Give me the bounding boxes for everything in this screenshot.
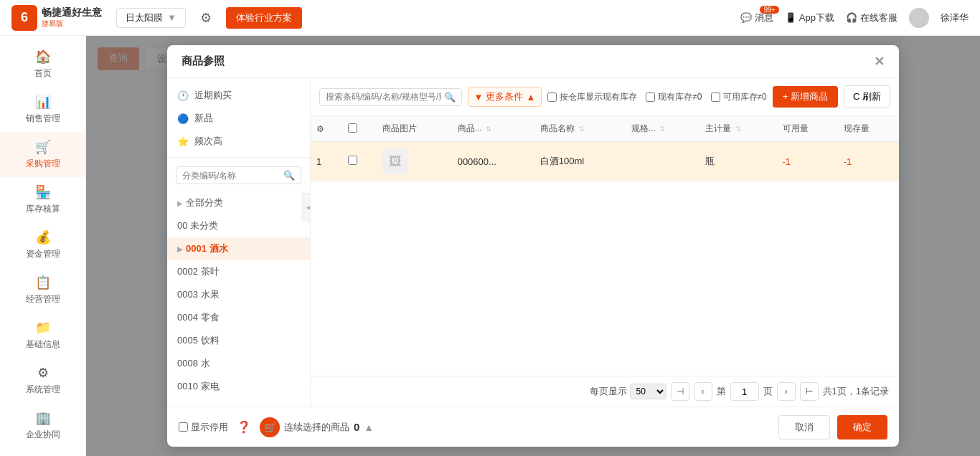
- collapse-button[interactable]: ◀: [302, 193, 311, 222]
- category-6[interactable]: 0008 水: [167, 352, 310, 375]
- cat-label-2: 0002 茶叶: [177, 265, 220, 278]
- th-checkbox[interactable]: [342, 116, 377, 142]
- category-7[interactable]: 0010 家电: [167, 375, 310, 398]
- divider-1: [167, 157, 310, 158]
- cell-unit: 瓶: [699, 142, 776, 181]
- logo: 6 畅捷通好生意 捷易版: [11, 5, 102, 31]
- modal-body: 🕐 近期购买 🔵 新品 ⭐ 频次高: [167, 78, 899, 407]
- messages-badge: 99+: [760, 6, 778, 14]
- cancel-button[interactable]: 取消: [778, 415, 830, 440]
- add-product-button[interactable]: + 新增商品: [773, 86, 838, 108]
- cat-label-5: 0005 饮料: [177, 334, 220, 347]
- category-4[interactable]: 0004 零食: [167, 306, 310, 329]
- show-disabled-checkbox[interactable]: 显示停用: [179, 421, 228, 434]
- nav-new-label: 新品: [194, 112, 213, 125]
- nav-frequent[interactable]: ⭐ 频次高: [167, 130, 310, 153]
- row-checkbox[interactable]: [348, 156, 357, 165]
- show-disabled-input[interactable]: [179, 422, 188, 432]
- sidebar-item-operations[interactable]: 📋 经营管理: [0, 267, 85, 313]
- settings-icon[interactable]: ⚙: [194, 6, 217, 29]
- enterprise-icon: 🏢: [35, 410, 51, 426]
- th-code[interactable]: 商品... ⇅: [452, 116, 534, 142]
- category-1[interactable]: ▶ 0001 酒水: [167, 237, 310, 260]
- help-icon[interactable]: ❓: [237, 420, 251, 434]
- app-icon: 📱: [785, 12, 796, 23]
- sidebar-item-system[interactable]: ⚙ 系统管理: [0, 358, 85, 403]
- filter-checkboxes: 按仓库显示现有库存 现有库存≠0 可用库存≠0: [547, 91, 767, 103]
- logo-sub: 捷易版: [42, 19, 102, 29]
- modal-title: 商品参照: [182, 54, 225, 68]
- cell-index: 1: [311, 142, 342, 181]
- sidebar-item-basic[interactable]: 📁 基础信息: [0, 313, 85, 358]
- home-icon: 🏠: [35, 49, 51, 65]
- checkbox-warehouse[interactable]: 按仓库显示现有库存: [547, 91, 637, 103]
- modal-footer: 显示停用 ❓ 🛒 连续选择的商品 0 ▲ 取消 确定: [167, 407, 899, 447]
- nav-new-products[interactable]: 🔵 新品: [167, 107, 310, 130]
- last-page-button[interactable]: ⊢: [800, 382, 819, 401]
- category-2[interactable]: 0002 茶叶: [167, 260, 310, 283]
- sidebar-item-sales[interactable]: 📊 销售管理: [0, 87, 85, 132]
- confirm-button[interactable]: 确定: [837, 415, 887, 440]
- sidebar-label-home: 首页: [34, 67, 52, 80]
- category-0[interactable]: 00 未分类: [167, 214, 310, 237]
- product-search-bar[interactable]: 🔍: [319, 88, 462, 106]
- sidebar-item-purchase[interactable]: 🛒 采购管理: [0, 132, 85, 177]
- store-selector[interactable]: 日太阳膜 ▼: [116, 8, 186, 28]
- sidebar-item-guide[interactable]: 📖 新手引导: [0, 448, 85, 456]
- table-row[interactable]: 1 🖼 000600... 白酒100ml 瓶: [311, 142, 899, 181]
- category-search-input[interactable]: [182, 171, 281, 181]
- page-size-select[interactable]: 每页显示 20 50 100: [590, 384, 666, 399]
- trial-button[interactable]: 体验行业方案: [226, 7, 302, 29]
- page-number-input[interactable]: [730, 382, 759, 401]
- prev-page-button[interactable]: ‹: [694, 382, 712, 401]
- checkbox-warehouse-input[interactable]: [547, 92, 557, 102]
- messages-button[interactable]: 💬 消息 99+: [740, 11, 773, 24]
- store-dropdown-icon: ▼: [167, 12, 176, 23]
- inventory-icon: 🏪: [35, 184, 51, 200]
- sidebar-item-finance[interactable]: 💰 资金管理: [0, 222, 85, 267]
- online-service-button[interactable]: 🎧 在线客服: [846, 11, 897, 24]
- th-settings[interactable]: ⚙: [311, 116, 342, 142]
- sidebar-label-basic: 基础信息: [26, 338, 60, 351]
- product-search-input[interactable]: [326, 92, 441, 102]
- app-download-button[interactable]: 📱 App下载: [785, 11, 834, 24]
- system-icon: ⚙: [37, 365, 49, 381]
- cat-label-1: 0001 酒水: [186, 242, 228, 255]
- th-name[interactable]: 商品名称 ⇅: [534, 116, 626, 142]
- sales-icon: 📊: [35, 94, 51, 110]
- next-page-button[interactable]: ›: [777, 382, 796, 401]
- category-3[interactable]: 0003 水果: [167, 283, 310, 306]
- cat-label-3: 0003 水果: [177, 288, 220, 301]
- select-all-checkbox[interactable]: [348, 123, 357, 133]
- page-label: 第: [717, 385, 726, 398]
- checkbox-stock-ne0[interactable]: 现有库存≠0: [646, 91, 702, 103]
- category-5[interactable]: 0005 饮料: [167, 329, 310, 352]
- th-unit[interactable]: 主计量 ⇅: [699, 116, 776, 142]
- checkbox-available-ne0[interactable]: 可用库存≠0: [711, 91, 767, 103]
- collapse-up-icon[interactable]: ▲: [364, 422, 374, 433]
- cat-arrow-1: ▶: [177, 245, 183, 253]
- category-search-box[interactable]: 🔍: [176, 166, 301, 184]
- nav-freq-label: 频次高: [194, 135, 222, 148]
- continuous-select-area[interactable]: 🛒 连续选择的商品 0 ▲: [260, 417, 374, 437]
- checkbox-available-ne0-label: 可用库存≠0: [723, 91, 767, 103]
- checkbox-available-ne0-input[interactable]: [711, 92, 720, 102]
- filter-button[interactable]: ▼ 更多条件 ▲: [468, 87, 542, 107]
- pagination-summary: 共1页，1条记录: [823, 385, 889, 398]
- th-spec[interactable]: 规格... ⇅: [626, 116, 700, 142]
- modal-close-button[interactable]: ✕: [874, 54, 885, 70]
- sidebar-item-home[interactable]: 🏠 首页: [0, 42, 85, 87]
- th-stock: 现存量: [838, 116, 899, 142]
- cell-checkbox[interactable]: [342, 142, 377, 181]
- page-suffix: 页: [763, 385, 773, 398]
- sidebar-item-enterprise[interactable]: 🏢 企业协同: [0, 403, 85, 448]
- sidebar-item-inventory[interactable]: 🏪 库存核算: [0, 177, 85, 222]
- cat-label-4: 0004 零食: [177, 311, 220, 324]
- first-page-button[interactable]: ⊣: [671, 382, 689, 401]
- nav-recent-purchase[interactable]: 🕐 近期购买: [167, 84, 310, 107]
- checkbox-stock-ne0-input[interactable]: [646, 92, 655, 102]
- per-page-dropdown[interactable]: 20 50 100: [630, 384, 666, 399]
- category-all[interactable]: ▶ 全部分类: [167, 191, 310, 214]
- refresh-button[interactable]: C 刷新: [844, 85, 890, 108]
- cat-arrow-all: ▶: [177, 199, 183, 207]
